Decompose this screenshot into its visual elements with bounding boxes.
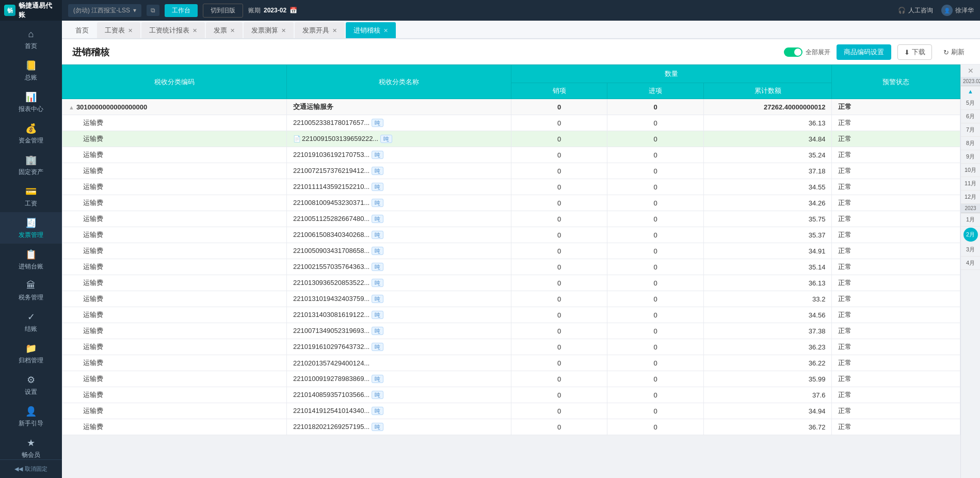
cal-month-jun[interactable]: 6月: [961, 110, 980, 123]
sidebar: 畅 畅捷通易代账 ⌂首页📒总账📊报表中心💰资金管理🏢固定资产💳工资🧾发票管理📋进…: [0, 0, 62, 478]
download-button[interactable]: ⬇ 下载: [897, 44, 932, 60]
unpin-button[interactable]: ◀◀ 取消固定: [0, 459, 62, 478]
cell-name: 运输费: [62, 387, 287, 403]
cal-month-feb-active[interactable]: 2月: [963, 228, 978, 242]
sidebar-label-salary: 工资: [25, 199, 37, 208]
tab-close-reconcile[interactable]: ✕: [383, 27, 388, 34]
tab-close-salary-report[interactable]: ✕: [192, 27, 197, 34]
table-row: 运输费 📄2210091503139659222... 吨 0 0 34.84 …: [62, 131, 960, 147]
sidebar-item-archive[interactable]: 📁归档管理: [0, 338, 62, 369]
cell-invoice: 2210061508340340268... 吨: [287, 227, 511, 243]
cell-purchase: 0: [607, 387, 703, 403]
toggle-switch-control[interactable]: [784, 47, 802, 57]
tab-invoice[interactable]: 发票✕: [206, 22, 243, 38]
cal-month-sep[interactable]: 9月: [961, 150, 980, 164]
table-row: 运输费 2210052338178017657... 吨 0 0 36.13 正…: [62, 115, 960, 131]
cell-name: 运输费: [62, 355, 287, 371]
cell-invoice: 2210191036192170753... 吨: [287, 147, 511, 163]
sidebar-item-purchase-sales[interactable]: 📋进销台账: [0, 244, 62, 275]
cell-invoice: 2210191610297643732... 吨: [287, 339, 511, 355]
cell-cumulative: 34.55: [703, 179, 832, 195]
cal-month-mar[interactable]: 3月: [961, 243, 980, 257]
scroll-up-button[interactable]: ▲: [961, 86, 980, 97]
refresh-button[interactable]: ↻ 刷新: [938, 45, 970, 59]
cal-year-prev: 2023.02: [961, 77, 980, 86]
dropdown-icon: ▾: [133, 7, 136, 14]
expand-icon[interactable]: ▲: [69, 104, 74, 110]
cal-month-oct[interactable]: 10月: [961, 164, 980, 177]
sidebar-label-ledger: 总账: [25, 73, 37, 82]
cell-sale: 0: [511, 115, 607, 131]
cell-purchase: 0: [607, 227, 703, 243]
cell-purchase: 0: [607, 179, 703, 195]
tab-home[interactable]: 首页: [68, 23, 96, 38]
cell-invoice: 2210131019432403759... 吨: [287, 291, 511, 307]
period-selector[interactable]: 账期 2023-02 📅: [248, 6, 297, 15]
cal-month-jan[interactable]: 1月: [961, 213, 980, 227]
tab-invoice-calc[interactable]: 发票测算✕: [244, 22, 294, 38]
tab-reconcile[interactable]: 进销稽核✕: [346, 22, 396, 38]
tab-close-invoice-open[interactable]: ✕: [332, 27, 337, 34]
cell-status: 正常: [832, 147, 960, 163]
sidebar-item-settlement[interactable]: ✓结账: [0, 306, 62, 338]
cal-month-aug[interactable]: 8月: [961, 137, 980, 150]
period-value: 2023-02: [264, 7, 286, 14]
tab-salary-report[interactable]: 工资统计报表✕: [141, 22, 205, 38]
cell-invoice: 2210021557035764363... 吨: [287, 259, 511, 275]
sidebar-item-salary[interactable]: 💳工资: [0, 181, 62, 212]
cell-sale: 0: [511, 355, 607, 371]
logo-icon: 畅: [4, 5, 15, 16]
sidebar-item-guide[interactable]: 👤新手引导: [0, 401, 62, 432]
cell-sale: 0: [511, 211, 607, 227]
company-selector[interactable]: (勿动) 江西报宝-LSS ▾: [68, 4, 141, 17]
unit-tag: 吨: [372, 311, 383, 319]
sidebar-item-funds[interactable]: 💰资金管理: [0, 118, 62, 149]
sidebar-item-ledger[interactable]: 📒总账: [0, 55, 62, 86]
cell-purchase: 0: [607, 339, 703, 355]
table-row: 运输费 2210130936520853522... 吨 0 0 36.13 正…: [62, 275, 960, 291]
cal-month-may[interactable]: 5月: [961, 97, 980, 110]
cell-sale: 0: [511, 275, 607, 291]
tab-label-invoice-open: 发票开具: [302, 26, 329, 35]
table-wrapper[interactable]: 税收分类编码 税收分类名称 数量 预警状态 销项 进项 累计数额 ▲301000…: [62, 65, 960, 478]
tab-invoice-open[interactable]: 发票开具✕: [295, 22, 345, 38]
table-row: 运输费 2210140859357103566... 吨 0 0 37.6 正常: [62, 387, 960, 403]
period-label: 账期: [248, 6, 261, 15]
unit-tag: 吨: [372, 423, 383, 431]
unit-tag: 吨: [372, 327, 383, 335]
sidebar-item-settings[interactable]: ⚙设置: [0, 369, 62, 401]
tab-close-salary[interactable]: ✕: [128, 27, 133, 34]
sidebar-item-invoices[interactable]: 🧾发票管理: [0, 212, 62, 244]
expand-toggle[interactable]: 全部展开: [784, 47, 830, 57]
close-panel-button[interactable]: ✕: [961, 65, 980, 77]
product-code-settings-button[interactable]: 商品编码设置: [837, 44, 891, 60]
tab-close-invoice-calc[interactable]: ✕: [281, 27, 286, 34]
cell-sale: 0: [511, 291, 607, 307]
workspace-button[interactable]: 工作台: [165, 4, 198, 17]
sidebar-icon-member: ★: [27, 437, 35, 449]
sidebar-item-assets[interactable]: 🏢固定资产: [0, 149, 62, 181]
cal-month-nov[interactable]: 11月: [961, 177, 980, 190]
cal-month-dec[interactable]: 12月: [961, 190, 980, 204]
cell-name: 运输费: [62, 307, 287, 323]
tab-salary[interactable]: 工资表✕: [97, 22, 140, 38]
tab-close-invoice[interactable]: ✕: [230, 27, 235, 34]
sidebar-icon-settlement: ✓: [27, 311, 35, 323]
sidebar-item-reports[interactable]: 📊报表中心: [0, 86, 62, 118]
copy-button[interactable]: ⧉: [147, 5, 159, 16]
sidebar-item-tax[interactable]: 🏛税务管理: [0, 275, 62, 306]
cell-purchase: 0: [607, 259, 703, 275]
sidebar-item-member[interactable]: ★畅会员: [0, 432, 62, 459]
cal-month-apr[interactable]: 4月: [961, 257, 980, 270]
support-button[interactable]: 🎧 人工咨询: [898, 6, 933, 15]
cell-purchase: 0: [607, 371, 703, 387]
cell-cumulative: 35.99: [703, 371, 832, 387]
sidebar-item-home[interactable]: ⌂首页: [0, 24, 62, 55]
cell-cumulative: 35.37: [703, 227, 832, 243]
cal-month-jul[interactable]: 7月: [961, 123, 980, 137]
unit-tag: 吨: [372, 215, 383, 223]
cell-sale: 0: [511, 307, 607, 323]
switch-version-button[interactable]: 切到旧版: [203, 4, 243, 18]
user-menu[interactable]: 👤 徐泽华: [941, 5, 974, 16]
cell-name: 运输费: [62, 227, 287, 243]
